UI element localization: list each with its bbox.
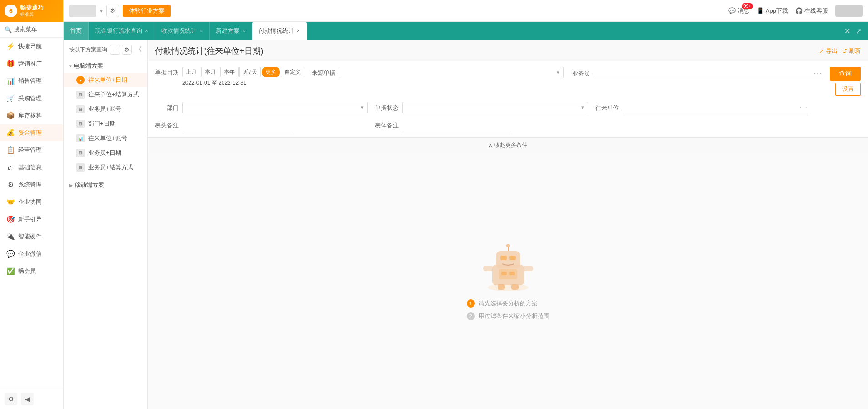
- date-btn-last-month[interactable]: 上月: [182, 67, 200, 77]
- sidebar-item-system[interactable]: ⚙ 系统管理: [0, 176, 63, 193]
- date-btn-more[interactable]: 更多: [262, 67, 280, 77]
- collapse-bar[interactable]: ∧ 收起更多条件: [148, 137, 868, 153]
- sidebar-item-label: 新手引导: [18, 215, 42, 223]
- settings-btn[interactable]: 设置: [835, 83, 861, 96]
- body-note-input[interactable]: [402, 120, 511, 131]
- refresh-btn[interactable]: ↺ 刷新: [842, 47, 861, 55]
- tab-new-scheme[interactable]: 新建方案 ×: [210, 22, 252, 40]
- search-label: 搜索菜单: [14, 25, 37, 34]
- scheme-item-salesman-account[interactable]: ⊞ 业务员+账号: [64, 102, 147, 116]
- main-area: ▾ ⚙ 体验行业方案 💬 消息 99+ 📱 App下载 🎧 在线客服: [64, 0, 868, 409]
- company-avatar: [69, 5, 96, 17]
- scheme-item-salesman-settle[interactable]: ⊞ 业务员+结算方式: [64, 160, 147, 175]
- settings-icon: ⚙: [124, 46, 130, 53]
- side-panel-add-btn[interactable]: +: [110, 45, 120, 55]
- date-btn-last7[interactable]: 近7天: [239, 67, 261, 77]
- side-panel-settings-btn[interactable]: ⚙: [122, 45, 132, 55]
- sidebar-item-guide[interactable]: 🎯 新手引导: [0, 211, 63, 228]
- service-action[interactable]: 🎧 在线客服: [795, 7, 828, 15]
- tab-home-label: 首页: [70, 27, 82, 35]
- unit-input[interactable]: [623, 104, 799, 111]
- robot-svg: [479, 242, 538, 292]
- tab-cash-flow-close[interactable]: ×: [145, 28, 148, 34]
- group-arrow-icon: ▶: [69, 182, 73, 188]
- svg-rect-9: [498, 284, 505, 290]
- date-btn-this-month[interactable]: 本月: [201, 67, 219, 77]
- tab-payment-stats-close[interactable]: ×: [297, 28, 300, 34]
- tab-new-scheme-label: 新建方案: [216, 27, 239, 35]
- sidebar-item-purchase[interactable]: 🛒 采购管理: [0, 90, 63, 107]
- salesman-input[interactable]: [594, 70, 814, 77]
- unit-dots-icon[interactable]: ···: [799, 103, 808, 111]
- side-panel-collapse-btn[interactable]: 《: [135, 45, 142, 54]
- topbar-left: ▾ ⚙ 体验行业方案: [69, 5, 725, 17]
- app-download-action[interactable]: 📱 App下载: [757, 7, 788, 15]
- sidebar-item-operation[interactable]: 📋 经营管理: [0, 141, 63, 159]
- doc-status-dropdown-icon: ▾: [581, 105, 584, 111]
- header-note-input[interactable]: [182, 120, 291, 131]
- scheme-item-dept-date[interactable]: ⊞ 部门+日期: [64, 116, 147, 131]
- tab-payment-stats[interactable]: 付款情况统计 ×: [252, 22, 307, 40]
- tabbar-close-btn[interactable]: ✕: [843, 26, 852, 36]
- scheme-item-unit-settle[interactable]: ⊞ 往来单位+结算方式: [64, 87, 147, 102]
- topbar-dropdown-icon[interactable]: ▾: [100, 8, 103, 14]
- mobile-group-title[interactable]: ▶ 移动端方案: [64, 178, 147, 192]
- topbar-gear-btn[interactable]: ⚙: [106, 5, 119, 17]
- purchase-icon: 🛒: [6, 94, 15, 102]
- filter-row-1: 单据日期 上月 本月 本年 近7天 更多 自定义 2022-01-01 至 20…: [155, 67, 861, 96]
- source-select[interactable]: ▾: [339, 67, 564, 78]
- marketing-icon: 🎁: [6, 60, 15, 68]
- tabbar-expand-btn[interactable]: ⤢: [854, 26, 863, 36]
- sidebar-item-member[interactable]: ✅ 畅会员: [0, 263, 63, 280]
- dept-filter-item: 部门 ▾: [155, 102, 368, 113]
- tab-cash-flow[interactable]: 现金银行流水查询 ×: [89, 22, 155, 40]
- dept-select[interactable]: ▾: [182, 102, 368, 113]
- group-label: 移动端方案: [75, 181, 104, 189]
- sidebar-item-enterprise[interactable]: 🤝 企业协同: [0, 193, 63, 211]
- topbar: ▾ ⚙ 体验行业方案 💬 消息 99+ 📱 App下载 🎧 在线客服: [64, 0, 868, 22]
- header-note-filter: 表头备注: [155, 120, 368, 131]
- tab-receipt-stats-close[interactable]: ×: [200, 28, 203, 34]
- tab-new-scheme-close[interactable]: ×: [242, 28, 245, 34]
- empty-tip-2: 2 用过滤条件来缩小分析范围: [467, 312, 549, 320]
- sidebar-item-marketing[interactable]: 🎁 营销推广: [0, 55, 63, 72]
- search-icon: 🔍: [5, 26, 12, 33]
- date-buttons: 上月 本月 本年 近7天 更多 自定义: [182, 67, 304, 77]
- desktop-group-title[interactable]: ▾ 电脑端方案: [64, 59, 147, 73]
- date-btn-this-year[interactable]: 本年: [220, 67, 239, 77]
- scheme-table-icon: ⊞: [76, 149, 85, 157]
- footer-collapse-btn[interactable]: ◀: [21, 393, 34, 405]
- sidebar-item-capital[interactable]: 💰 资金管理: [0, 124, 63, 141]
- sidebar-item-quick-nav[interactable]: ⚡ 快捷导航: [0, 38, 63, 55]
- sidebar-item-label: 畅会员: [18, 267, 36, 275]
- scheme-item-label: 部门+日期: [88, 120, 115, 128]
- query-btn[interactable]: 查询: [830, 67, 861, 81]
- tab-receipt-stats[interactable]: 收款情况统计 ×: [155, 22, 210, 40]
- scheme-item-unit-account[interactable]: 📊 往来单位+账号: [64, 131, 147, 146]
- search-menu[interactable]: 🔍 搜索菜单: [0, 22, 63, 38]
- sidebar-item-hardware[interactable]: 🔌 智能硬件: [0, 228, 63, 245]
- tab-home[interactable]: 首页: [64, 22, 89, 40]
- app-icon: 📱: [757, 7, 764, 14]
- doc-status-select[interactable]: ▾: [402, 102, 588, 113]
- sidebar-item-inventory[interactable]: 📦 库存核算: [0, 107, 63, 124]
- sidebar-item-wechat[interactable]: 💬 企业微信: [0, 245, 63, 263]
- svg-rect-12: [501, 272, 507, 275]
- sidebar-item-basic[interactable]: 🗂 基础信息: [0, 159, 63, 176]
- dept-label: 部门: [155, 104, 179, 112]
- scheme-item-unit-date[interactable]: ● 往来单位+日期: [64, 73, 147, 87]
- scheme-item-salesman-date[interactable]: ⊞ 业务员+日期: [64, 146, 147, 160]
- trial-btn[interactable]: 体验行业方案: [123, 5, 171, 17]
- sales-icon: 📊: [6, 77, 15, 85]
- footer-settings-btn[interactable]: ⚙: [5, 393, 17, 405]
- export-btn[interactable]: ↗ 导出: [819, 47, 838, 55]
- salesman-dots-icon[interactable]: ···: [814, 69, 823, 77]
- scheme-item-label: 往来单位+日期: [88, 76, 127, 84]
- sidebar-item-sales[interactable]: 📊 销售管理: [0, 72, 63, 90]
- quick-nav-icon: ⚡: [6, 42, 15, 50]
- date-btn-custom[interactable]: 自定义: [281, 67, 304, 77]
- sidebar-brand: 畅捷通巧 标准版: [20, 4, 44, 18]
- message-action[interactable]: 💬 消息 99+: [728, 7, 749, 15]
- empty-tip-1: 1 请先选择要分析的方案: [467, 299, 549, 308]
- user-avatar[interactable]: [835, 5, 863, 17]
